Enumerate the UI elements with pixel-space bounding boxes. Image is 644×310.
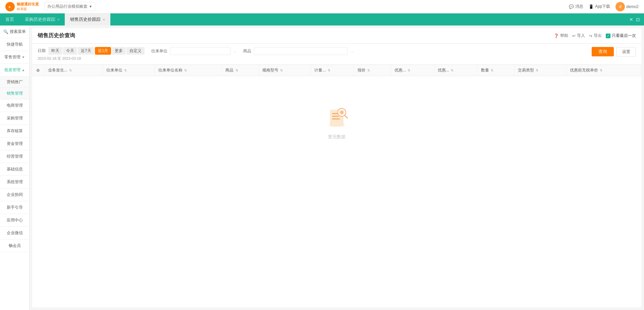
main-layout: 🔍 搜索菜单 快捷导航 零售管理 ▼ 批发管理 ▲ 营销推广 销售管理 电商管理… bbox=[0, 25, 644, 310]
tab-purchase-history[interactable]: 采购历史价跟踪 × bbox=[19, 13, 65, 25]
sort-icon: ⇅ bbox=[536, 68, 538, 72]
tab-bar: 首页 采购历史价跟踪 × 销售历史价跟踪 × ✕ ⊡ bbox=[0, 13, 644, 25]
product-input[interactable] bbox=[254, 47, 348, 55]
th-discount1[interactable]: 优惠... ⇅ bbox=[391, 65, 434, 76]
partner-filter-group: 往来单位 ... bbox=[151, 47, 236, 55]
th-trade-type[interactable]: 交易类型 ⇅ bbox=[514, 65, 566, 76]
th-quantity[interactable]: 数量 ⇅ bbox=[477, 65, 514, 76]
sidebar-item-enterprise-collab[interactable]: 企业协同 bbox=[0, 189, 29, 201]
date-btn-today[interactable]: 今天 bbox=[63, 47, 77, 55]
sidebar-item-finance[interactable]: 资金管理 bbox=[0, 138, 29, 150]
th-discount2[interactable]: 优惠... ⇅ bbox=[434, 65, 477, 76]
date-filter-col: 日期 昨天 今天 近7天 近1月 更多 自定义 2023-02-18 至 202… bbox=[38, 47, 145, 61]
export-btn[interactable]: ↪ 导出 bbox=[589, 33, 602, 39]
th-partner-name[interactable]: 往来单位名称 ⇅ bbox=[155, 65, 222, 76]
tab-purchase-close[interactable]: × bbox=[57, 17, 59, 21]
date-label: 日期 bbox=[38, 48, 46, 54]
header-left: 6 畅捷通好生意 标准版 办公用品行业模拟账套 ▼ bbox=[5, 2, 95, 11]
export-icon: ↪ bbox=[589, 34, 592, 38]
date-btn-yesterday[interactable]: 昨天 bbox=[48, 47, 62, 55]
sidebar-item-purchase[interactable]: 采购管理 bbox=[0, 112, 29, 125]
sort-icon: ⇅ bbox=[328, 68, 330, 72]
sidebar-item-shortcut[interactable]: 快捷导航 bbox=[0, 38, 29, 51]
sort-icon: ⇅ bbox=[69, 68, 72, 72]
date-btn-1month[interactable]: 近1月 bbox=[95, 47, 111, 55]
header-right: 💬 消息 📱 App下载 d demo2 bbox=[569, 2, 639, 11]
table-container: ⚙ 业务发生... ⇅ 往来单位 ⇅ 往来单位名称 bbox=[32, 65, 641, 307]
sidebar-item-basic-info[interactable]: 基础信息 bbox=[0, 163, 29, 176]
sidebar: 🔍 搜索菜单 快捷导航 零售管理 ▼ 批发管理 ▲ 营销推广 销售管理 电商管理… bbox=[0, 25, 30, 310]
sidebar-item-search[interactable]: 🔍 搜索菜单 bbox=[0, 25, 29, 38]
filter-bar: 日期 昨天 今天 近7天 近1月 更多 自定义 2023-02-18 至 202… bbox=[32, 44, 641, 65]
only-last-checkbox[interactable]: ✓ 只看最后一次 bbox=[606, 33, 636, 39]
tab-sales-history[interactable]: 销售历史价跟踪 × bbox=[65, 13, 110, 25]
user-menu[interactable]: d demo2 bbox=[615, 2, 639, 11]
help-icon: ❓ bbox=[554, 34, 559, 38]
date-options: 昨天 今天 近7天 近1月 更多 自定义 bbox=[48, 47, 145, 55]
import-btn[interactable]: ↩ 导入 bbox=[572, 33, 585, 39]
sidebar-item-wholesale[interactable]: 批发管理 ▲ bbox=[0, 64, 29, 76]
sidebar-item-system[interactable]: 系统管理 bbox=[0, 176, 29, 189]
product-filter-group: 商品 ... bbox=[243, 47, 354, 55]
tab-sales-close[interactable]: × bbox=[103, 17, 105, 21]
product-label: 商品 bbox=[243, 48, 251, 54]
th-settings[interactable]: ⚙ bbox=[32, 65, 44, 76]
svg-rect-5 bbox=[332, 116, 339, 117]
logo-icon: 6 bbox=[5, 2, 15, 11]
sidebar-item-operations[interactable]: 经营管理 bbox=[0, 150, 29, 163]
sidebar-item-retail[interactable]: 零售管理 ▼ bbox=[0, 51, 29, 64]
sidebar-item-marketing[interactable]: 营销推广 bbox=[0, 76, 29, 88]
th-unit[interactable]: 计量... ⇅ bbox=[311, 65, 354, 76]
sidebar-item-inventory[interactable]: 库存核算 bbox=[0, 125, 29, 138]
settings-button[interactable]: 设置 bbox=[616, 47, 636, 57]
svg-text:6: 6 bbox=[9, 5, 10, 9]
sidebar-item-ecommerce[interactable]: 电商管理 bbox=[0, 99, 29, 112]
help-btn[interactable]: ❓ 帮助 bbox=[554, 33, 568, 39]
tab-home[interactable]: 首页 bbox=[0, 13, 19, 25]
th-business-date[interactable]: 业务发生... ⇅ bbox=[44, 65, 103, 76]
chevron-down-icon: ▼ bbox=[22, 55, 25, 59]
import-icon: ↩ bbox=[572, 34, 576, 38]
partner-dots[interactable]: ... bbox=[233, 49, 236, 53]
table-header-row: ⚙ 业务发生... ⇅ 往来单位 ⇅ 往来单位名称 bbox=[32, 65, 641, 76]
settings-icon: ⚙ bbox=[36, 68, 40, 73]
sidebar-item-app-center[interactable]: 应用中心 bbox=[0, 214, 29, 227]
svg-line-9 bbox=[345, 115, 347, 118]
message-btn[interactable]: 💬 消息 bbox=[569, 4, 583, 9]
th-quote[interactable]: 报价 ⇅ bbox=[354, 65, 391, 76]
th-product[interactable]: 商品 ⇅ bbox=[222, 65, 259, 76]
top-header: 6 畅捷通好生意 标准版 办公用品行业模拟账套 ▼ 💬 消息 📱 App下载 d… bbox=[0, 0, 644, 13]
sidebar-item-sales-mgmt[interactable]: 销售管理 bbox=[0, 88, 29, 99]
partner-input[interactable] bbox=[170, 47, 230, 55]
avatar: d bbox=[615, 2, 625, 11]
restore-btn[interactable]: ⊡ bbox=[636, 17, 640, 22]
sort-icon: ⇅ bbox=[367, 68, 370, 72]
th-partner-code[interactable]: 往来单位 ⇅ bbox=[103, 65, 155, 76]
close-all-tabs-btn[interactable]: ✕ bbox=[629, 17, 633, 22]
sort-icon: ⇅ bbox=[280, 68, 283, 72]
download-icon: 📱 bbox=[589, 4, 594, 9]
date-filter-group: 日期 昨天 今天 近7天 近1月 更多 自定义 bbox=[38, 47, 145, 55]
product-dots[interactable]: ... bbox=[351, 49, 354, 53]
app-download-btn[interactable]: 📱 App下载 bbox=[589, 4, 610, 9]
page-title: 销售历史价查询 bbox=[38, 32, 75, 39]
th-pre-discount-price[interactable]: 优惠前无税单价 ⇅ bbox=[566, 65, 641, 76]
query-button[interactable]: 查询 bbox=[592, 47, 614, 56]
date-btn-custom[interactable]: 自定义 bbox=[126, 47, 145, 55]
sidebar-item-enterprise-wechat[interactable]: 企业微信 bbox=[0, 227, 29, 240]
page-area: 销售历史价查询 ❓ 帮助 ↩ 导入 ↪ 导出 ✓ bbox=[30, 25, 644, 310]
date-range-text: 2023-02-18 至 2023-03-18 bbox=[38, 56, 145, 61]
date-btn-7days[interactable]: 近7天 bbox=[78, 47, 94, 55]
message-icon: 💬 bbox=[569, 4, 574, 9]
sort-icon: ⇅ bbox=[184, 68, 187, 72]
app-selector[interactable]: 办公用品行业模拟账套 ▼ bbox=[44, 2, 95, 11]
chevron-down-icon: ▼ bbox=[89, 5, 92, 8]
th-spec[interactable]: 规格型号 ⇅ bbox=[259, 65, 311, 76]
date-btn-more[interactable]: 更多 bbox=[112, 47, 126, 55]
sidebar-item-member[interactable]: 畅会员 bbox=[0, 240, 29, 252]
sort-icon: ⇅ bbox=[235, 68, 238, 72]
logo-text: 畅捷通好生意 标准版 bbox=[17, 2, 39, 11]
sidebar-item-new-guide[interactable]: 新手引导 bbox=[0, 201, 29, 214]
empty-icon bbox=[323, 103, 350, 130]
tab-actions: ✕ ⊡ bbox=[629, 17, 644, 22]
